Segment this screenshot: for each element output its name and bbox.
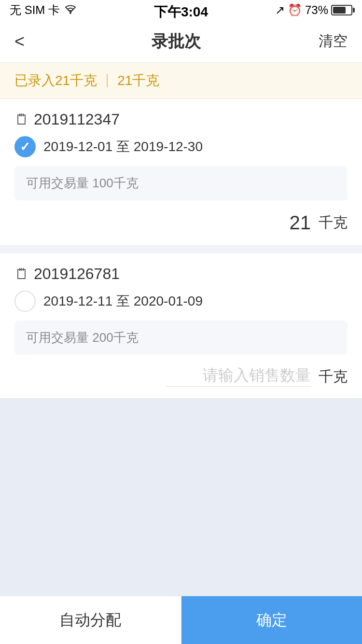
batch-item-2: 🗒 2019126781 2019-12-11 至 2020-01-09 可用交… xyxy=(0,253,362,399)
auto-distribute-button[interactable]: 自动分配 xyxy=(0,596,181,644)
batch-date-1: 2019-12-01 至 2019-12-30 xyxy=(43,138,203,156)
status-bar: 无 SIM 卡 下午3:04 ↗ ⏰ 73% xyxy=(0,0,362,20)
confirm-button[interactable]: 确定 xyxy=(181,596,362,644)
empty-area xyxy=(0,399,362,602)
batch-date-2: 2019-12-11 至 2020-01-09 xyxy=(43,292,203,310)
quantity-unit-1: 千克 xyxy=(319,213,348,233)
carrier-label: 无 SIM 卡 xyxy=(10,2,60,18)
batch-id-row-2: 🗒 2019126781 xyxy=(14,265,348,283)
wifi-icon xyxy=(64,3,77,17)
battery-icon xyxy=(331,5,352,15)
back-button[interactable]: < xyxy=(14,31,43,52)
summary-divider xyxy=(107,74,108,87)
status-time: 下午3:04 xyxy=(154,3,208,21)
batch-quantity-row-1: 21 千克 xyxy=(0,200,362,246)
radio-2[interactable] xyxy=(14,291,36,312)
clear-button[interactable]: 清空 xyxy=(309,31,348,51)
document-icon-2: 🗒 xyxy=(14,266,29,282)
batch-id-2: 2019126781 xyxy=(34,265,120,283)
summary-banner: 已录入21千克 21千克 xyxy=(0,63,362,99)
section-divider xyxy=(0,246,362,253)
battery-percent: 73% xyxy=(305,3,328,17)
page-title: 录批次 xyxy=(152,30,201,53)
batch-date-row-1: 2019-12-01 至 2019-12-30 xyxy=(14,136,348,157)
quantity-input-wrapper-2[interactable] xyxy=(166,366,311,387)
batch-item-1: 🗒 2019112347 2019-12-01 至 2019-12-30 可用交… xyxy=(0,99,362,246)
batch-available-2: 可用交易量 200千克 xyxy=(14,321,348,355)
radio-1[interactable] xyxy=(14,136,36,157)
quantity-unit-2: 千克 xyxy=(319,367,348,387)
batch-id-row-1: 🗒 2019112347 xyxy=(14,111,348,128)
batch-available-1: 可用交易量 100千克 xyxy=(14,166,348,200)
status-left: 无 SIM 卡 xyxy=(10,2,77,18)
content-scroll: 🗒 2019112347 2019-12-01 至 2019-12-30 可用交… xyxy=(0,99,362,644)
nav-bar: < 录批次 清空 xyxy=(0,20,362,63)
batch-quantity-row-2: 千克 xyxy=(0,355,362,399)
quantity-value-1: 21 xyxy=(290,212,311,234)
summary-value: 21千克 xyxy=(117,71,159,90)
quantity-input-2[interactable] xyxy=(166,366,311,384)
status-right: ↗ ⏰ 73% xyxy=(275,3,352,17)
batch-id-1: 2019112347 xyxy=(34,111,120,128)
summary-label: 已录入21千克 xyxy=(14,71,97,90)
bottom-bar: 自动分配 确定 xyxy=(0,596,362,644)
document-icon-1: 🗒 xyxy=(14,112,29,128)
svg-point-0 xyxy=(70,12,71,14)
location-icon: ↗ xyxy=(275,3,285,17)
alarm-icon: ⏰ xyxy=(288,3,302,17)
batch-date-row-2: 2019-12-11 至 2020-01-09 xyxy=(14,291,348,312)
